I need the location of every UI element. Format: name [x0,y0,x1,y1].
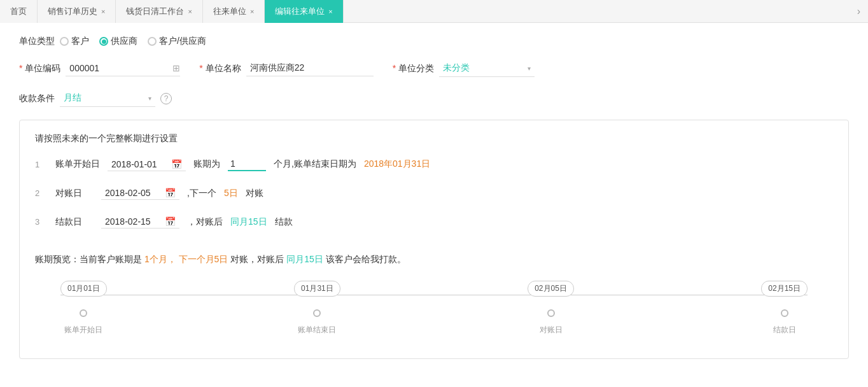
unit-code-copy-icon[interactable]: ⊞ [172,63,180,73]
tl-label-4: 结款日 [773,325,796,335]
settings-box: 请按照未来的一个完整帐期进行设置 1 账单开始日 📅 账期为 个月,账单结束日期… [19,120,849,359]
timeline-point-4: 02月15日 结款日 [761,281,808,335]
tab-partner-units[interactable]: 往来单位 × [203,0,265,23]
tl-badge-4: 02月15日 [761,281,808,297]
radio-both[interactable]: 客户/供应商 [148,36,206,47]
tl-dot-2 [313,309,321,317]
payment-terms-value: 月结 [64,92,144,104]
payment-terms-select[interactable]: 月结 ▾ [60,90,155,107]
row-2-highlight: 5日 [224,188,238,199]
radio-both-circle [148,37,157,46]
tab-home-label: 首页 [10,6,27,17]
row-3-suffix: 结款 [275,216,293,228]
timeline-points: 01月01日 账单开始日 01月31日 账单结束日 02月05日 对账日 [60,281,808,335]
unit-name-label: 单位名称 [199,63,241,74]
row-1-period-label: 账期为 [193,158,220,170]
row-1-cal-icon[interactable]: 📅 [171,159,182,169]
unit-type-label: 单位类型 [19,36,55,47]
close-edit-partner-icon[interactable]: × [328,8,332,15]
preview-part2: 下一个月5日 [179,254,228,264]
row-1-date-input[interactable] [111,159,169,169]
payment-terms-row: 收款条件 月结 ▾ ? [19,90,849,107]
unit-code-group: 单位编码 ⊞ [19,60,180,76]
row-3-date-input[interactable] [105,216,162,227]
timeline-point-3: 02月05日 对账日 [528,281,574,335]
close-partner-units-icon[interactable]: × [250,8,254,15]
row-1-period-input[interactable] [228,157,266,171]
row-3-highlight: 同月15日 [230,216,267,228]
tab-edit-partner[interactable]: 编辑往来单位 × [265,0,343,23]
preview-label: 账期预览：当前客户账期是 [35,254,142,264]
radio-group-unit-type: 客户 供应商 客户/供应商 [60,36,206,47]
row-3-date-wrap: 📅 [101,215,179,229]
unit-name-input[interactable] [246,60,374,76]
tab-edit-partner-label: 编辑往来单位 [275,6,325,17]
radio-supplier-circle [99,37,108,46]
tab-bar: 首页 销售订单历史 × 钱货日清工作台 × 往来单位 × 编辑往来单位 × › [0,0,868,23]
preview-middle: 对账，对账后 [230,254,284,264]
row-2-label: 对账日 [55,188,94,199]
unit-name-group: 单位名称 [199,60,373,76]
row-2-date-input[interactable] [105,188,162,198]
setting-row-2: 2 对账日 📅 ,下一个 5日 对账 [35,186,833,200]
settings-title: 请按照未来的一个完整帐期进行设置 [35,133,833,144]
radio-customer-circle [60,37,69,46]
timeline-container: 01月01日 账单开始日 01月31日 账单结束日 02月05日 对账日 [35,281,833,335]
unit-category-group: 单位分类 未分类 ▾ [393,60,535,77]
payment-terms-chevron: ▾ [148,95,151,102]
unit-code-input-wrap: ⊞ [66,60,180,76]
tl-badge-2: 01月31日 [294,281,340,297]
radio-customer-label: 客户 [71,36,89,47]
unit-code-input[interactable] [66,60,172,76]
row-2-cal-icon[interactable]: 📅 [165,188,176,198]
tl-dot-3 [547,309,555,317]
close-sales-history-icon[interactable]: × [101,8,105,15]
radio-both-label: 客户/供应商 [159,36,206,47]
unit-info-row: 单位编码 ⊞ 单位名称 单位分类 未分类 ▾ [19,60,849,77]
setting-row-3: 3 结款日 📅 ，对账后 同月15日 结款 [35,215,833,229]
tab-home[interactable]: 首页 [0,0,38,23]
tab-sales-history[interactable]: 销售订单历史 × [38,0,116,23]
row-3-num: 3 [35,217,48,227]
tab-sales-history-label: 销售订单历史 [48,6,97,17]
tl-label-2: 账单结束日 [298,325,336,335]
timeline-point-1: 01月01日 账单开始日 [60,281,107,335]
preview-section: 账期预览：当前客户账期是 1个月， 下一个月5日 对账，对账后 同月15日 该客… [35,244,833,346]
row-1-suffix: 个月,账单结束日期为 [274,158,356,170]
tab-expand-icon[interactable]: › [850,6,868,17]
close-cash-work-icon[interactable]: × [188,8,192,15]
tl-badge-3: 02月05日 [528,281,574,297]
row-1-label: 账单开始日 [55,158,100,170]
unit-category-chevron: ▾ [528,65,531,72]
tl-label-3: 对账日 [540,325,563,335]
tl-badge-1: 01月01日 [60,281,107,297]
radio-supplier-label: 供应商 [111,36,137,47]
unit-category-value: 未分类 [443,62,524,74]
main-content: 单位类型 客户 供应商 客户/供应商 单位编码 [0,23,868,387]
radio-customer[interactable]: 客户 [60,36,89,47]
setting-row-1: 1 账单开始日 📅 账期为 个月,账单结束日期为 2018年01月31日 [35,157,833,171]
row-2-prefix: ,下一个 [187,188,216,199]
row-1-date-wrap: 📅 [108,158,186,171]
unit-type-row: 单位类型 客户 供应商 客户/供应商 [19,36,849,47]
timeline-point-2: 01月31日 账单结束日 [294,281,340,335]
preview-end: 该客户会给我打款。 [326,254,406,264]
row-3-prefix: ，对账后 [187,216,223,228]
row-1-end-date: 2018年01月31日 [364,158,430,170]
payment-terms-help-icon[interactable]: ? [160,93,172,104]
row-1-num: 1 [35,160,48,169]
tl-dot-4 [781,309,788,317]
row-2-date-wrap: 📅 [101,186,179,200]
unit-type-group: 单位类型 客户 供应商 客户/供应商 [19,36,206,47]
unit-category-select[interactable]: 未分类 ▾ [439,60,535,77]
preview-text: 账期预览：当前客户账期是 1个月， 下一个月5日 对账，对账后 同月15日 该客… [35,254,833,265]
preview-part3: 同月15日 [286,254,323,264]
tab-cash-work[interactable]: 钱货日清工作台 × [116,0,202,23]
tl-dot-1 [80,309,87,317]
row-2-num: 2 [35,188,48,198]
row-3-label: 结款日 [55,216,94,228]
tl-label-1: 账单开始日 [64,325,102,335]
radio-supplier[interactable]: 供应商 [99,36,137,47]
row-3-cal-icon[interactable]: 📅 [165,216,176,227]
unit-category-label: 单位分类 [393,63,434,74]
